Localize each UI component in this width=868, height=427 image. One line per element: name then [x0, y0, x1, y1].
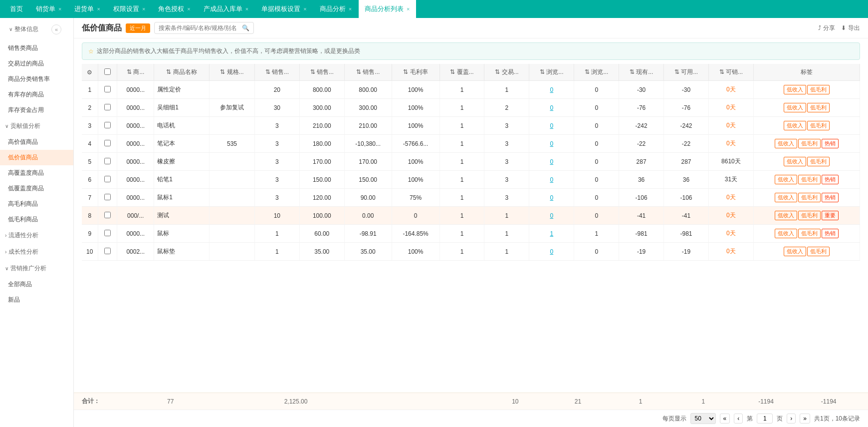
sidebar-item-category-sales-rate[interactable]: 商品分类销售率 — [0, 71, 73, 87]
col-settings[interactable]: ⚙ — [82, 64, 98, 81]
per-page-select[interactable]: 50 100 200 — [690, 413, 716, 424]
row-checkbox[interactable] — [104, 104, 111, 110]
close-role-auth[interactable]: × — [187, 6, 190, 12]
sidebar-item-all-products[interactable]: 全部商品 — [0, 277, 73, 292]
sidebar-item-traded-products[interactable]: 交易过的商品 — [0, 56, 73, 71]
col-code[interactable]: ⇅ 商... — [117, 64, 154, 81]
time-filter-button[interactable]: 近一月 — [126, 23, 150, 33]
col-views1[interactable]: ⇅ 浏览... — [529, 64, 574, 81]
nav-sales-order[interactable]: 销货单 × — [30, 0, 67, 18]
last-page-button[interactable]: » — [800, 414, 810, 424]
circulation-arrow: › — [5, 233, 6, 238]
sidebar-collapse-button[interactable]: « — [51, 24, 61, 34]
col-checkbox[interactable] — [98, 64, 117, 81]
row-gross-margin: 100% — [392, 99, 439, 117]
nav-product-analysis[interactable]: 商品分析 × — [314, 0, 358, 18]
row-current-stock: -242 — [619, 117, 664, 135]
row-views1[interactable]: 0 — [529, 99, 574, 117]
col-sale-amount[interactable]: ⇅ 销售... — [344, 64, 392, 81]
page-prefix: 第 — [747, 415, 753, 423]
section-growth-analysis[interactable]: › 成长性分析 — [0, 244, 73, 260]
row-checkbox[interactable] — [104, 194, 111, 200]
row-checkbox[interactable] — [104, 158, 111, 164]
col-sale-qty[interactable]: ⇅ 销售... — [254, 64, 299, 81]
prev-page-button[interactable]: ‹ — [734, 414, 743, 424]
nav-home[interactable]: 首页 — [4, 0, 29, 18]
row-views1[interactable]: 0 — [529, 171, 574, 189]
close-permission-settings[interactable]: × — [142, 6, 145, 12]
row-views1[interactable]: 0 — [529, 207, 574, 225]
row-views1[interactable]: 0 — [529, 81, 574, 99]
col-gross-margin[interactable]: ⇅ 毛利率 — [392, 64, 439, 81]
sidebar-item-low-value[interactable]: 低价值商品 — [0, 150, 73, 165]
page-suffix: 页 — [777, 415, 783, 423]
nav-template-settings[interactable]: 单据模板设置 × — [255, 0, 312, 18]
row-checkbox[interactable] — [104, 176, 111, 182]
row-checkbox[interactable] — [104, 248, 111, 254]
row-views1[interactable]: 0 — [529, 135, 574, 153]
sidebar-item-low-margin[interactable]: 低毛利商品 — [0, 212, 73, 227]
nav-product-analysis-list[interactable]: 商品分析列表 × — [359, 0, 416, 18]
col-name[interactable]: ⇅ 商品名称 — [154, 64, 210, 81]
page-number-input[interactable] — [757, 414, 773, 424]
sidebar-item-high-coverage[interactable]: 高覆盖度商品 — [0, 165, 73, 181]
sidebar-item-low-coverage[interactable]: 低覆盖度商品 — [0, 181, 73, 196]
col-sellable-stock[interactable]: ⇅ 可销... — [708, 64, 753, 81]
row-checkbox[interactable] — [104, 122, 111, 128]
first-page-button[interactable]: « — [720, 414, 730, 424]
close-product-analysis-list[interactable]: × — [407, 6, 410, 12]
row-checkbox[interactable] — [104, 86, 111, 92]
col-current-stock[interactable]: ⇅ 现有... — [619, 64, 664, 81]
row-available-stock: -22 — [664, 135, 709, 153]
col-coverage[interactable]: ⇅ 覆盖... — [439, 64, 484, 81]
sort-icon-margin: ⇅ — [403, 68, 408, 75]
select-all-checkbox[interactable] — [104, 68, 111, 75]
sidebar-item-sales-products[interactable]: 销售类商品 — [0, 40, 73, 56]
section-circulation-analysis[interactable]: › 流通性分析 — [0, 227, 73, 244]
close-product-inbound[interactable]: × — [245, 6, 248, 12]
col-available-stock[interactable]: ⇅ 可用... — [664, 64, 709, 81]
nav-product-inbound[interactable]: 产成品入库单 × — [198, 0, 254, 18]
sidebar-item-high-value[interactable]: 高价值商品 — [0, 134, 73, 150]
section-overall-info[interactable]: ∨ 整体信息 — [4, 21, 43, 37]
row-views1[interactable]: 0 — [529, 243, 574, 261]
col-views2[interactable]: ⇅ 浏览... — [574, 64, 619, 81]
nav-permission-settings[interactable]: 权限设置 × — [107, 0, 151, 18]
row-checkbox[interactable] — [104, 140, 111, 146]
next-page-button[interactable]: › — [787, 414, 796, 424]
export-button[interactable]: ⬇ 导出 — [841, 24, 860, 32]
row-gross-margin: 100% — [392, 117, 439, 135]
section-marketing-analysis[interactable]: ∨ 营销推广分析 — [0, 260, 73, 277]
row-sellable-days: 31天 — [708, 171, 753, 189]
row-views1[interactable]: 1 — [529, 225, 574, 243]
close-sales-order[interactable]: × — [58, 6, 61, 12]
close-purchase-order[interactable]: × — [97, 6, 100, 12]
row-checkbox[interactable] — [104, 230, 111, 236]
footer-values: 77 2,125.00 10 21 1 1 -1194 -1194 — [108, 398, 860, 405]
sidebar-item-high-margin[interactable]: 高毛利商品 — [0, 196, 73, 212]
row-checkbox[interactable] — [104, 212, 111, 218]
row-views1[interactable]: 0 — [529, 117, 574, 135]
close-template-settings[interactable]: × — [303, 6, 306, 12]
col-trade-count[interactable]: ⇅ 交易... — [484, 64, 529, 81]
nav-role-auth[interactable]: 角色授权 × — [152, 0, 196, 18]
col-spec[interactable]: ⇅ 规格... — [210, 64, 255, 81]
share-button[interactable]: ⤴ 分享 — [818, 24, 835, 32]
sidebar-item-stock-products[interactable]: 有库存的商品 — [0, 87, 73, 102]
search-input[interactable] — [154, 22, 254, 34]
row-views1[interactable]: 0 — [529, 189, 574, 207]
products-table: ⚙ ⇅ 商... ⇅ 商品名称 ⇅ 规格... ⇅ 销售... ⇅ 销售... … — [82, 64, 860, 261]
sidebar-item-inventory-capital[interactable]: 库存资金占用 — [0, 102, 73, 118]
data-table-wrapper[interactable]: ⚙ ⇅ 商... ⇅ 商品名称 ⇅ 规格... ⇅ 销售... ⇅ 销售... … — [74, 64, 868, 393]
nav-purchase-order[interactable]: 进货单 × — [68, 0, 106, 18]
row-sale-qty: 30 — [254, 99, 299, 117]
col-sale-price[interactable]: ⇅ 销售... — [299, 64, 344, 81]
row-views1[interactable]: 0 — [529, 153, 574, 171]
sidebar-item-new-products[interactable]: 新品 — [0, 292, 73, 308]
search-icon[interactable]: 🔍 — [242, 24, 249, 31]
close-product-analysis[interactable]: × — [349, 6, 352, 12]
section-contribution-analysis[interactable]: ∨ 贡献值分析 — [0, 118, 73, 134]
row-tags: 低收入低毛利 — [753, 243, 860, 261]
row-name: 电话机 — [154, 117, 210, 135]
info-banner: ☆ 这部分商品的销售收入大幅低于商品平均销售收入，价值不高，可考虑调整营销策略，… — [82, 42, 860, 60]
